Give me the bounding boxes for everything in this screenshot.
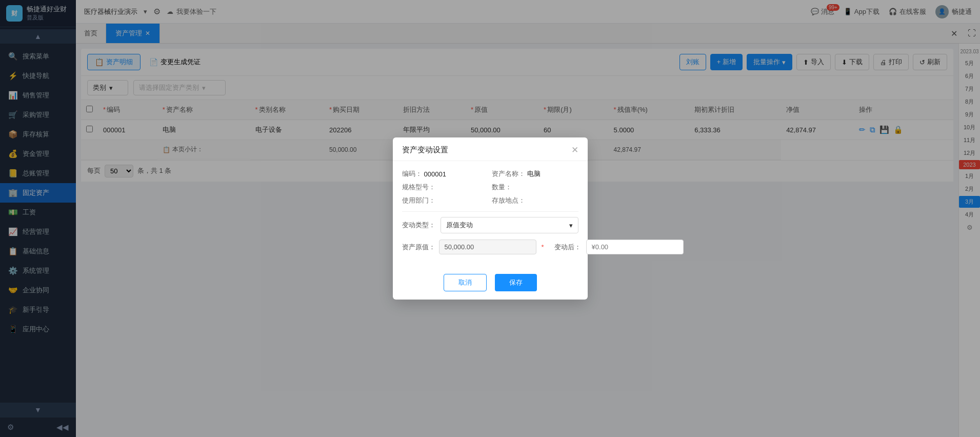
modal-footer: 取消 保存 (393, 269, 588, 300)
after-change-input[interactable] (586, 240, 684, 254)
original-value-input (439, 240, 536, 254)
modal-location-field: 存放地点： (492, 196, 578, 205)
modal-code-value: 000001 (424, 170, 446, 178)
modal-title: 资产变动设置 (402, 145, 448, 155)
modal-divider (402, 211, 578, 212)
change-type-row: 变动类型： 原值变动 ▾ (402, 217, 578, 233)
modal-quantity-field: 数量： (492, 183, 578, 192)
change-type-label: 变动类型： (402, 221, 435, 230)
change-type-value: 原值变动 (446, 221, 473, 230)
after-change-label: 变动后： (549, 243, 581, 252)
modal-header: 资产变动设置 ✕ (393, 137, 588, 161)
cancel-button[interactable]: 取消 (444, 274, 487, 291)
modal-code-field: 编码： 000001 (402, 169, 489, 178)
modal-info-grid: 编码： 000001 资产名称： 电脑 规格型号： 数量： 使用部门： (402, 169, 578, 205)
modal-body: 编码： 000001 资产名称： 电脑 规格型号： 数量： 使用部门： (393, 161, 588, 269)
original-value-row: 资产原值： * 变动后： (402, 240, 578, 254)
required-mark: * (542, 243, 544, 251)
original-value-label: 资产原值： (402, 243, 434, 252)
asset-change-modal: 资产变动设置 ✕ 编码： 000001 资产名称： 电脑 规格型号： 数量： (393, 137, 588, 300)
modal-overlay: 资产变动设置 ✕ 编码： 000001 资产名称： 电脑 规格型号： 数量： (0, 0, 980, 437)
change-type-select[interactable]: 原值变动 ▾ (441, 217, 578, 233)
modal-close-button[interactable]: ✕ (571, 145, 578, 155)
chevron-down-icon: ▾ (569, 222, 573, 229)
modal-asset-name-field: 资产名称： 电脑 (492, 169, 578, 178)
modal-dept-field: 使用部门： (402, 196, 489, 205)
save-button[interactable]: 保存 (495, 274, 537, 291)
modal-spec-field: 规格型号： (402, 183, 489, 192)
modal-asset-name-value: 电脑 (527, 169, 541, 178)
